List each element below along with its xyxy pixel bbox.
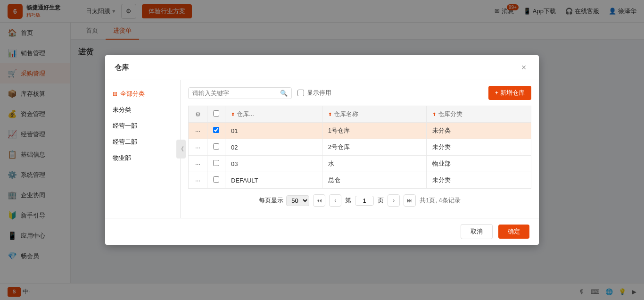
- sort-icon-name: ⬆: [328, 112, 332, 117]
- row-checkbox-2[interactable]: [213, 160, 219, 166]
- tree-item-all[interactable]: ⊞全部分类: [105, 86, 180, 102]
- modal-header: 仓库 ×: [105, 55, 539, 80]
- modal-footer: 取消 确定: [105, 218, 539, 245]
- tree-collapse-button[interactable]: 《: [176, 140, 186, 158]
- table-row[interactable]: ··· 02 2号仓库 未分类: [189, 139, 531, 156]
- row-checkbox-0[interactable]: [213, 127, 219, 133]
- warehouse-modal: 仓库 × ⊞全部分类未分类经营一部经营二部物业部 《 🔍: [105, 55, 539, 245]
- confirm-button[interactable]: 确定: [498, 225, 529, 239]
- row-category: 未分类: [427, 123, 531, 139]
- check-column-header: [207, 106, 225, 123]
- table-row[interactable]: ··· 03 水 物业部: [189, 156, 531, 172]
- row-name: 1号仓库: [322, 123, 427, 139]
- tree-item-none[interactable]: 未分类: [105, 102, 180, 118]
- cancel-button[interactable]: 取消: [461, 224, 493, 239]
- search-icon[interactable]: 🔍: [280, 90, 288, 97]
- tree-panel: ⊞全部分类未分类经营一部经营二部物业部 《: [105, 80, 181, 218]
- table-row[interactable]: ··· DEFAULT 总仓 未分类: [189, 172, 531, 189]
- row-name: 水: [322, 156, 427, 172]
- category-column-header: ⬆ 仓库分类: [427, 106, 531, 123]
- page-number-input[interactable]: [355, 196, 374, 206]
- table-header: ⚙ ⬆ 仓库...: [189, 106, 531, 123]
- row-name: 总仓: [322, 172, 427, 189]
- row-code: 03: [225, 156, 322, 172]
- search-box: 🔍: [188, 87, 292, 99]
- page-info: 共1页, 4条记录: [420, 196, 461, 205]
- modal-body: ⊞全部分类未分类经营一部经营二部物业部 《 🔍 显示停用 + 新增仓库: [105, 80, 539, 218]
- sort-icon-category: ⬆: [432, 112, 436, 117]
- row-code: 02: [225, 139, 322, 156]
- show-disabled-checkbox[interactable]: [297, 90, 304, 96]
- search-input[interactable]: [192, 90, 280, 97]
- row-check-cell: [207, 123, 225, 139]
- row-checkbox-3[interactable]: [213, 176, 219, 183]
- select-all-checkbox[interactable]: [213, 110, 219, 117]
- add-warehouse-button[interactable]: + 新增仓库: [488, 86, 531, 100]
- row-actions[interactable]: ···: [189, 156, 207, 172]
- first-page-button[interactable]: ⏮: [313, 194, 325, 207]
- show-disabled-option: 显示停用: [297, 89, 331, 97]
- next-page-button[interactable]: ›: [388, 194, 400, 207]
- row-checkbox-1[interactable]: [213, 143, 219, 150]
- warehouse-table: ⚙ ⬆ 仓库...: [188, 106, 531, 189]
- name-column-header: ⬆ 仓库名称: [322, 106, 427, 123]
- row-actions[interactable]: ···: [189, 172, 207, 189]
- row-category: 未分类: [427, 172, 531, 189]
- pagination: 每页显示 50 ⏮ ‹ 第 页 › ⏭ 共1页, 4条记录: [188, 189, 531, 212]
- row-code: 01: [225, 123, 322, 139]
- tree-icon-all: ⊞: [113, 91, 117, 97]
- table-body: ··· 01 1号仓库 未分类 ··· 02 2号仓库 未分类 ··· 03 水…: [189, 123, 531, 189]
- table-row[interactable]: ··· 01 1号仓库 未分类: [189, 123, 531, 139]
- tree-items: ⊞全部分类未分类经营一部经营二部物业部: [105, 86, 180, 166]
- tree-item-ops2[interactable]: 经营二部: [105, 134, 180, 150]
- modal-close-button[interactable]: ×: [518, 62, 529, 73]
- table-panel: 🔍 显示停用 + 新增仓库 ⚙: [181, 80, 539, 218]
- sort-icon: ⬆: [231, 112, 235, 117]
- page-size-select[interactable]: 50: [286, 195, 309, 206]
- row-name: 2号仓库: [322, 139, 427, 156]
- actions-column-header: ⚙: [189, 106, 207, 123]
- tree-item-ops1[interactable]: 经营一部: [105, 118, 180, 134]
- code-column-header: ⬆ 仓库...: [225, 106, 322, 123]
- last-page-button[interactable]: ⏭: [404, 194, 416, 207]
- row-category: 物业部: [427, 156, 531, 172]
- modal-overlay: 仓库 × ⊞全部分类未分类经营一部经营二部物业部 《 🔍: [0, 0, 644, 300]
- row-check-cell: [207, 139, 225, 156]
- tree-item-property[interactable]: 物业部: [105, 150, 180, 166]
- row-actions[interactable]: ···: [189, 123, 207, 139]
- row-code: DEFAULT: [225, 172, 322, 189]
- table-toolbar: 🔍 显示停用 + 新增仓库: [188, 86, 531, 100]
- row-category: 未分类: [427, 139, 531, 156]
- row-check-cell: [207, 172, 225, 189]
- page-size-selector: 每页显示 50: [259, 195, 309, 206]
- row-actions[interactable]: ···: [189, 139, 207, 156]
- prev-page-button[interactable]: ‹: [329, 194, 341, 207]
- modal-title: 仓库: [115, 63, 129, 72]
- row-check-cell: [207, 156, 225, 172]
